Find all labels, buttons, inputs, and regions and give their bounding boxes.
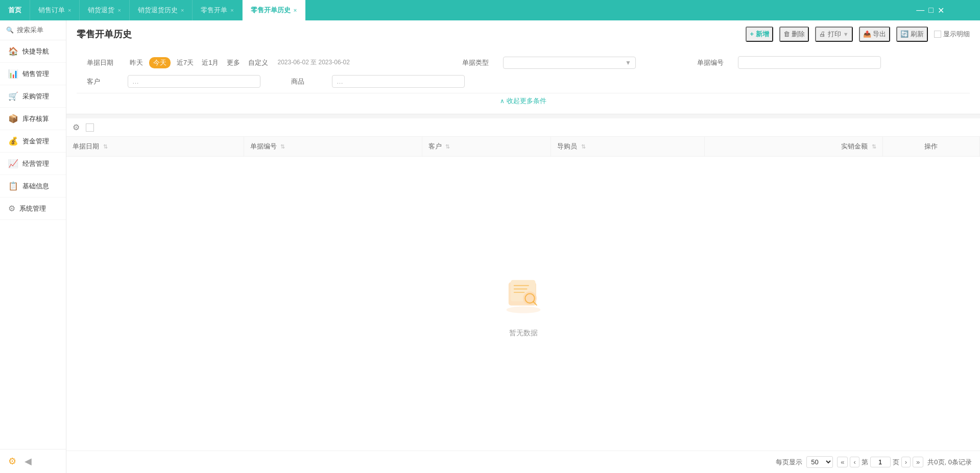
date-opt-custom[interactable]: 自定义 [246, 57, 270, 68]
page-nav: « ‹ 第 页 › » [837, 457, 923, 467]
delete-button[interactable]: 🗑 删除 [779, 27, 809, 42]
next-page-btn[interactable]: › [901, 457, 911, 467]
table-wrapper: ⚙ 单据日期 ⇅ 单据编号 ⇅ [66, 118, 980, 473]
sys-mgmt-icon: ⚙ [8, 204, 15, 213]
collapse-more-btn[interactable]: ∧ 收起更多条件 [77, 93, 970, 109]
tab-sales-return[interactable]: 销货退货 × [80, 0, 129, 20]
th-date-sort-icon[interactable]: ⇅ [103, 143, 108, 150]
goods-value: … [337, 78, 343, 85]
date-opt-7days[interactable]: 近7天 [175, 57, 196, 68]
sidebar-item-finance[interactable]: 💰 资金管理 [0, 130, 66, 153]
export-button[interactable]: 📤 导出 [859, 27, 891, 42]
first-page-btn[interactable]: « [837, 457, 848, 467]
page-title-row: 零售开单历史 + 新增 🗑 删除 🖨 打印 ▼ 📤 导出 [77, 27, 970, 42]
tab-sales-order[interactable]: 销售订单 × [30, 0, 80, 20]
display-detail-label: 显示明细 [943, 30, 970, 39]
tab-retail-order[interactable]: 零售开单 × [193, 0, 242, 20]
print-arrow-icon: ▼ [843, 31, 849, 37]
order-type-label: 单据类型 [462, 58, 493, 67]
sidebar-item-inventory[interactable]: 📦 库存核算 [0, 108, 66, 130]
sidebar-item-basic-info[interactable]: 📋 基础信息 [0, 175, 66, 197]
th-order-no: 单据编号 ⇅ [244, 137, 422, 157]
date-opt-today[interactable]: 今天 [149, 57, 171, 68]
refresh-button[interactable]: 🔄 刷新 [896, 27, 928, 42]
sidebar-item-sys-mgmt[interactable]: ⚙ 系统管理 [0, 197, 66, 220]
page-suffix-label: 页 [893, 458, 899, 467]
sidebar-item-purchase-mgmt[interactable]: 🛒 采购管理 [0, 85, 66, 108]
tab-retail-history-close[interactable]: × [294, 7, 297, 13]
table-toolbar: ⚙ [66, 118, 980, 137]
window-close[interactable]: ✕ [938, 6, 944, 15]
tab-sales-return-history-close[interactable]: × [181, 7, 184, 13]
date-options: 昨天 今天 近7天 近1月 更多 自定义 2023-06-02 至 2023-0… [128, 57, 350, 68]
toolbar: + 新增 🗑 删除 🖨 打印 ▼ 📤 导出 🔄 刷新 [746, 27, 970, 42]
sidebar: 🔍 搜索采单 🏠 快捷导航 📊 销售管理 🛒 采购管理 📦 库存核算 💰 资金管… [0, 20, 66, 473]
sidebar-item-quick-nav-label: 快捷导航 [22, 47, 49, 56]
per-page-select[interactable]: 50 10 20 100 [806, 456, 833, 468]
sidebar-item-inventory-label: 库存核算 [22, 114, 49, 123]
sidebar-item-operations[interactable]: 📈 经营管理 [0, 153, 66, 175]
tab-sales-return-close[interactable]: × [117, 7, 121, 13]
window-maximize[interactable]: □ [928, 6, 934, 15]
date-opt-yesterday[interactable]: 昨天 [128, 57, 145, 68]
th-customer-sort-icon[interactable]: ⇅ [445, 143, 450, 150]
customer-value: … [132, 78, 139, 85]
basic-info-icon: 📋 [8, 181, 18, 191]
sidebar-item-operations-label: 经营管理 [22, 159, 49, 168]
sidebar-settings-icon[interactable]: ⚙ [8, 456, 16, 467]
th-salesperson-sort-icon[interactable]: ⇅ [581, 143, 586, 150]
empty-state: 暂无数据 [66, 157, 980, 451]
table-header-row: 单据日期 ⇅ 单据编号 ⇅ 客户 ⇅ [66, 137, 980, 157]
table-settings-icon[interactable]: ⚙ [73, 122, 80, 132]
th-amount-sort-icon[interactable]: ⇅ [872, 143, 876, 150]
display-detail-toggle[interactable]: 显示明细 [934, 30, 970, 39]
tab-retail-history[interactable]: 零售开单历史 × [243, 0, 305, 20]
order-no-input[interactable] [738, 56, 881, 69]
main-layout: 🔍 搜索采单 🏠 快捷导航 📊 销售管理 🛒 采购管理 📦 库存核算 💰 资金管… [0, 20, 980, 473]
svg-point-0 [506, 307, 540, 313]
tab-retail-order-label: 零售开单 [201, 6, 227, 15]
purchase-mgmt-icon: 🛒 [8, 91, 18, 101]
date-opt-more[interactable]: 更多 [225, 57, 242, 68]
content-area: 零售开单历史 + 新增 🗑 删除 🖨 打印 ▼ 📤 导出 [66, 20, 980, 473]
window-minimize[interactable]: — [916, 6, 924, 15]
page-header: 零售开单历史 + 新增 🗑 删除 🖨 打印 ▼ 📤 导出 [66, 20, 980, 114]
export-label: 📤 导出 [863, 30, 887, 39]
goods-select[interactable]: … [332, 75, 465, 88]
sidebar-item-quick-nav[interactable]: 🏠 快捷导航 [0, 40, 66, 63]
display-detail-checkbox[interactable] [934, 31, 941, 38]
th-order-no-sort-icon[interactable]: ⇅ [280, 143, 285, 150]
finance-icon: 💰 [8, 136, 18, 146]
per-page-label: 每页显示 [776, 458, 802, 467]
sidebar-item-basic-info-label: 基础信息 [22, 182, 49, 191]
th-order-no-label: 单据编号 [250, 142, 277, 150]
tab-retail-order-close[interactable]: × [230, 7, 233, 13]
order-type-select[interactable]: ▼ [503, 57, 636, 69]
tab-sales-order-close[interactable]: × [68, 7, 71, 13]
date-opt-1month[interactable]: 近1月 [200, 57, 221, 68]
prev-page-btn[interactable]: ‹ [850, 457, 859, 467]
add-button[interactable]: + 新增 [746, 27, 773, 42]
th-customer: 客户 ⇅ [422, 137, 551, 157]
sidebar-collapse-icon[interactable]: ◀ [25, 456, 32, 467]
delete-label: 🗑 删除 [783, 30, 805, 39]
table-select-all-checkbox[interactable] [86, 123, 94, 132]
sidebar-bottom: ⚙ ◀ [0, 449, 66, 473]
customer-label: 客户 [87, 77, 117, 86]
last-page-btn[interactable]: » [913, 457, 923, 467]
tab-home[interactable]: 首页 [0, 0, 30, 20]
sidebar-item-finance-label: 资金管理 [22, 137, 49, 146]
page-number-input[interactable] [870, 457, 891, 467]
print-button[interactable]: 🖨 打印 ▼ [815, 27, 853, 42]
operations-icon: 📈 [8, 159, 18, 168]
sidebar-search-label: 搜索采单 [17, 26, 43, 35]
inventory-icon: 📦 [8, 114, 18, 123]
date-range-display: 2023-06-02 至 2023-06-02 [277, 58, 349, 67]
empty-text: 暂无数据 [509, 329, 538, 338]
tab-sales-return-history[interactable]: 销货退货历史 × [130, 0, 193, 20]
sidebar-search[interactable]: 🔍 搜索采单 [0, 20, 66, 40]
refresh-label: 🔄 刷新 [900, 30, 924, 39]
customer-select[interactable]: … [128, 75, 260, 88]
sidebar-item-sales-mgmt[interactable]: 📊 销售管理 [0, 63, 66, 85]
empty-illustration [498, 269, 549, 320]
